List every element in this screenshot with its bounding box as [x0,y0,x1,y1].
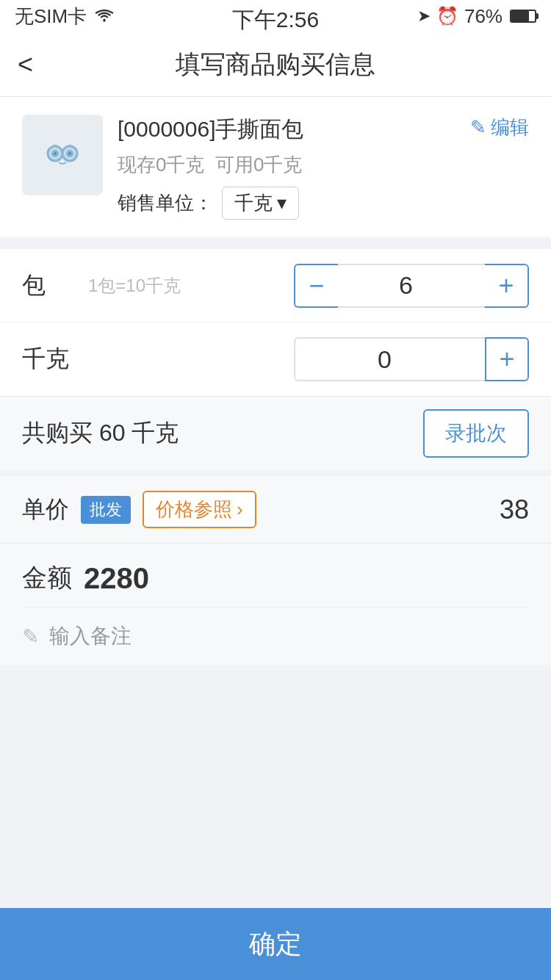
location-icon: ➤ [417,7,431,26]
bao-input[interactable] [338,264,485,308]
bao-label: 包 [22,270,81,302]
battery-percent: 76% [464,5,503,28]
edit-icon: ✎ [470,116,486,139]
amount-value: 2280 [84,562,149,595]
summary-row: 共购买 60 千克 录批次 [0,397,551,470]
unit-select[interactable]: 千克 ▾ [222,187,299,220]
wifi-icon [94,5,115,28]
confirm-bar[interactable]: 确定 [0,908,551,980]
product-info: [0000006]手撕面包 现存0千克 可用0千克 销售单位： 千克 ▾ [118,115,529,220]
carrier-text: 无SIM卡 [15,4,87,29]
kg-input[interactable] [294,337,485,381]
note-row[interactable]: ✎ 输入备注 [22,608,529,665]
bao-hint: 1包=10千克 [88,274,294,298]
page-title: 填写商品购买信息 [176,48,375,82]
pencil-icon: ✎ [22,624,39,649]
battery-icon [510,10,536,23]
svg-point-0 [103,19,106,22]
status-bar: 无SIM卡 下午2:56 ➤ ⏰ 76% [0,0,551,32]
status-right: ➤ ⏰ 76% [417,5,536,28]
bao-plus-button[interactable]: + [485,264,529,308]
product-stock: 现存0千克 可用0千克 [118,152,529,178]
price-row: 单价 批发 价格参照 › 38 [22,491,529,528]
empty-space [0,665,551,885]
input-section: 包 1包=10千克 − + 千克 + [0,249,551,397]
amount-row: 金额 2280 [22,561,529,608]
amount-section: 金额 2280 ✎ 输入备注 [0,544,551,665]
summary-section: 共购买 60 千克 录批次 [0,397,551,476]
status-left: 无SIM卡 [15,4,115,29]
alarm-icon: ⏰ [436,6,458,26]
svg-point-6 [68,152,71,155]
batch-button[interactable]: 录批次 [423,409,529,458]
edit-button[interactable]: ✎ 编辑 [470,115,529,140]
confirm-button[interactable]: 确定 [249,926,302,962]
kg-controls: + [294,337,529,381]
arrow-right-icon: › [237,498,243,521]
product-unit-row: 销售单位： 千克 ▾ [118,187,529,220]
kg-input-row: 千克 + [0,323,551,396]
kg-label: 千克 [22,343,81,375]
nav-bar: < 填写商品购买信息 [0,32,551,97]
price-value: 38 [500,494,529,525]
bao-input-row: 包 1包=10千克 − + [0,249,551,323]
back-button[interactable]: < [18,49,33,80]
price-ref-button[interactable]: 价格参照 › [143,491,256,528]
summary-text: 共购买 60 千克 [22,417,179,450]
chevron-down-icon: ▾ [277,192,287,215]
kg-plus-button[interactable]: + [485,337,529,381]
price-section: 单价 批发 价格参照 › 38 [0,476,551,544]
status-time: 下午2:56 [232,5,319,35]
price-tag: 批发 [81,496,131,524]
bao-minus-button[interactable]: − [294,264,338,308]
amount-label: 金额 [22,561,72,595]
bao-controls: − + [294,264,529,308]
svg-point-5 [54,152,57,155]
product-card: [0000006]手撕面包 现存0千克 可用0千克 销售单位： 千克 ▾ [0,97,551,249]
price-label: 单价 [22,494,69,526]
note-label: 输入备注 [49,622,132,650]
product-name: [0000006]手撕面包 [118,115,529,145]
product-thumbnail [22,115,103,195]
